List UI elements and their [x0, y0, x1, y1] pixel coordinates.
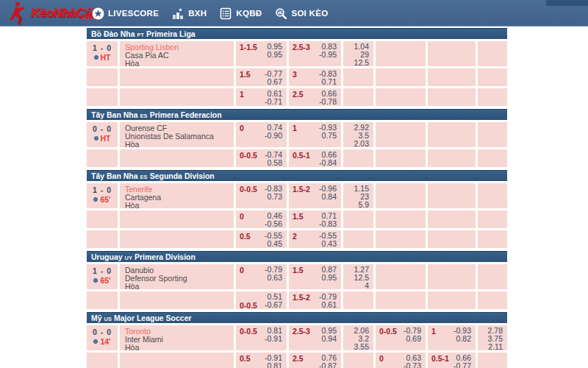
handicap-ft-cell[interactable]: 0-0.790.63 [236, 264, 287, 289]
odds-value: 0.94 [289, 335, 337, 343]
over-under-ft-cell[interactable]: 2.5-30.950.94 [289, 325, 341, 350]
team-name: Sporting Lisbon [125, 43, 234, 52]
handicap-label: 1.5-2 [293, 185, 310, 194]
1x2-ft-cell[interactable]: 2.063.23.55 [343, 325, 373, 350]
over-under-h1-cell[interactable]: 0.5-10.66-0.77 [428, 353, 476, 368]
over-under-ft-cell[interactable]: 2.50.76-0.87 [289, 353, 341, 368]
handicap-label: 0.5-1 [293, 151, 310, 160]
1x2-ft-cell-empty [343, 68, 373, 86]
odds-grid: 1 - 065'TenerifeCartagenaHòa0-0.5-0.830.… [87, 183, 507, 248]
odds-value: 0.67 [236, 78, 282, 86]
handicap-label: 0-0.5 [240, 301, 257, 309]
live-dot-icon [93, 197, 98, 202]
handicap-label: 0.5 [240, 232, 251, 241]
teams-cell[interactable]: Ourense CFUnionistas De SalamancaHòa [120, 122, 234, 147]
odds-value: 2.03 [343, 140, 369, 147]
match-minute: HT [101, 134, 111, 143]
teams-cell[interactable]: TorontoInter MiamiHòa [120, 325, 234, 350]
nav-item-soi-k-o[interactable]: SOI KÈO [275, 7, 328, 20]
over-under-ft-cell[interactable]: 1.50.71-0.83 [289, 210, 341, 228]
nav-item-livescore[interactable]: LIVESCORE [92, 7, 159, 20]
over-under-h1-cell[interactable]: 1-0.930.82 [428, 325, 476, 350]
1x2-ft-cell[interactable]: 1.15235.9 [343, 183, 373, 208]
teams-cell-empty [120, 68, 234, 86]
odds-value: -0.83 [289, 220, 337, 228]
country-name: Bồ Đào Nha [91, 29, 135, 38]
over-under-ft-cell[interactable]: 1.50.870.95 [289, 264, 341, 289]
over-under-h1-cell-empty [428, 183, 476, 208]
score-cell-empty [87, 88, 118, 106]
site-logo[interactable]: KèoNhàCái ARMY [7, 0, 94, 26]
team-name: Inter Miami [125, 336, 234, 344]
over-under-ft-cell[interactable]: 2.50.66-0.78 [289, 88, 341, 106]
teams-cell-empty [120, 149, 234, 167]
handicap-h1-cell-empty [376, 88, 426, 106]
over-under-h1-cell-empty [428, 68, 476, 86]
match-status: HT [87, 134, 118, 143]
country-name: Uruguay [91, 252, 123, 261]
handicap-ft-cell[interactable]: 0.5-0.550.45 [236, 230, 287, 248]
over-under-ft-cell[interactable]: 3-0.830.71 [289, 68, 341, 86]
handicap-ft-cell[interactable]: 10.61-0.71 [236, 88, 287, 106]
nav-item-kqb-[interactable]: KQBĐ [220, 7, 262, 20]
1x2-ft-cell-empty [343, 149, 373, 167]
over-under-ft-cell[interactable]: 1.5-2-0.790.61 [289, 291, 341, 309]
teams-cell[interactable]: TenerifeCartagenaHòa [120, 183, 234, 208]
handicap-label: 3 [293, 70, 297, 79]
draw-label: Hòa [125, 344, 234, 350]
odds-value: -0.84 [289, 159, 337, 167]
odds-value: -0.91 [236, 335, 282, 343]
odds-board: Bồ Đào NhaPTPrimeira Liga1 - 0HTSporting… [87, 28, 507, 368]
handicap-ft-cell[interactable]: 0-0.50.51-0.67 [236, 291, 287, 309]
handicap-ft-cell[interactable]: 0.5-0.910.81 [236, 353, 287, 368]
odds-value: 0.71 [289, 78, 337, 86]
handicap-h1-cell-empty [376, 210, 426, 228]
over-under-h1-cell-empty [428, 149, 476, 167]
handicap-label: 0-0.5 [240, 151, 257, 160]
over-under-h1-cell-empty [428, 230, 476, 248]
team-name: Cartagena [125, 194, 234, 202]
1x2-ft-cell[interactable]: 1.042912.5 [343, 41, 373, 66]
handicap-ft-cell[interactable]: 1-1.50.950.95 [236, 41, 287, 66]
handicap-label: 0 [240, 266, 244, 275]
team-name: Casa Pia AC [125, 52, 234, 60]
handicap-ft-cell[interactable]: 0-0.5-0.830.73 [236, 183, 287, 208]
1x2-h1-cell[interactable]: 2.783.752.11 [478, 325, 507, 350]
match-score: 1 - 0 [87, 266, 118, 276]
handicap-ft-cell[interactable]: 1.5-0.770.67 [236, 68, 287, 86]
handicap-ft-cell[interactable]: 0-0.5-0.740.58 [236, 149, 287, 167]
match-status: HT [87, 53, 118, 62]
1x2-ft-cell[interactable]: 1.2712.54 [343, 264, 373, 289]
over-under-ft-cell[interactable]: 2-0.550.43 [289, 230, 341, 248]
handicap-h1-cell[interactable]: 0-0.5-0.790.69 [376, 325, 426, 350]
handicap-h1-cell-empty [376, 149, 426, 167]
match-minute: 14' [100, 337, 110, 346]
teams-cell-empty [120, 88, 234, 106]
handicap-h1-cell-empty [376, 41, 426, 66]
over-under-ft-cell[interactable]: 0.5-10.66-0.84 [289, 149, 341, 167]
nav-item-bxh[interactable]: BXH [172, 7, 207, 20]
handicap-ft-cell[interactable]: 0-0.50.81-0.91 [236, 325, 287, 350]
nav-item-label: SOI KÈO [291, 9, 328, 18]
league-name: Primera Federacion [150, 110, 222, 119]
teams-cell[interactable]: Sporting LisbonCasa Pia ACHòa [120, 41, 234, 66]
live-dot-icon [93, 339, 98, 344]
odds-value: 0.58 [236, 159, 282, 167]
over-under-ft-cell[interactable]: 2.5-30.83-0.95 [289, 41, 341, 66]
league-name: Primera Division [135, 252, 196, 261]
handicap-label: 1-1.5 [240, 43, 257, 52]
teams-cell[interactable]: DanubioDefensor SportingHòa [120, 264, 234, 289]
score-cell-empty [87, 210, 118, 228]
handicap-ft-cell[interactable]: 00.74-0.90 [236, 122, 287, 147]
over-under-ft-cell[interactable]: 1-0.930.75 [289, 122, 341, 147]
league-header: Bồ Đào NhaPTPrimeira Liga [87, 28, 507, 39]
over-under-ft-cell[interactable]: 1.5-2-0.960.84 [289, 183, 341, 208]
1x2-ft-cell[interactable]: 2.923.52.03 [343, 122, 373, 147]
odds-grid: 1 - 0HTSporting LisbonCasa Pia ACHòa1-1.… [87, 41, 507, 106]
match-minute: 65' [100, 276, 110, 285]
odds-value: 0.82 [428, 335, 471, 343]
handicap-ft-cell[interactable]: 00.46-0.56 [236, 210, 287, 228]
team-name: Unionistas De Salamanca [125, 132, 234, 141]
handicap-h1-cell[interactable]: 00.63-0.73 [376, 353, 426, 368]
handicap-label: 1 [240, 90, 244, 99]
